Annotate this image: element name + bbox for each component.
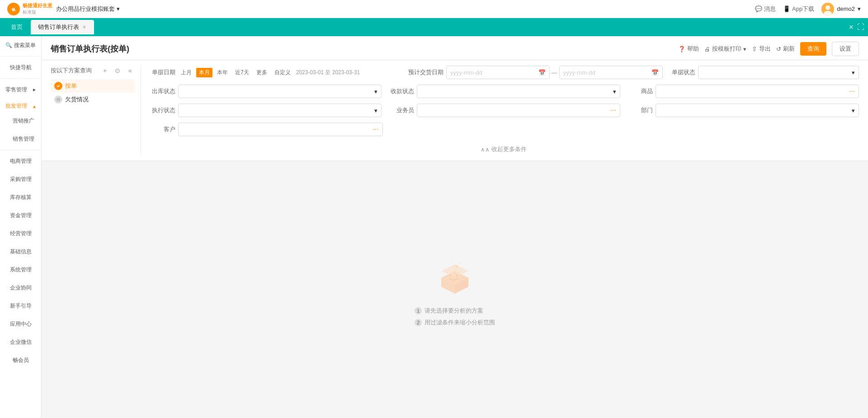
payment-status-select[interactable]: ▾ bbox=[417, 85, 620, 98]
order-status-select[interactable]: ▾ bbox=[698, 66, 859, 79]
sidebar-item-ecommerce[interactable]: 电商管理 bbox=[0, 152, 41, 170]
expected-date-end[interactable]: yyyy-mm-dd 📅 bbox=[559, 66, 663, 79]
customer-select[interactable]: ··· bbox=[178, 123, 383, 136]
ship-status-chevron: ▾ bbox=[374, 88, 377, 95]
exec-status-select[interactable]: ▾ bbox=[178, 104, 382, 117]
date-label: 单据日期 bbox=[148, 68, 175, 76]
ship-status-select[interactable]: ▾ bbox=[178, 85, 382, 98]
svg-point-16 bbox=[452, 261, 453, 262]
refresh-icon: ↺ bbox=[776, 46, 781, 52]
edit-scheme-btn[interactable]: ⊙ bbox=[113, 66, 123, 76]
filter-scheme-title: 按以下方案查询 bbox=[51, 66, 92, 75]
expected-date-start[interactable]: yyyy-mm-dd 📅 bbox=[446, 66, 550, 79]
svg-point-18 bbox=[456, 275, 458, 276]
date-tab-more[interactable]: 更多 bbox=[254, 68, 270, 77]
svg-point-17 bbox=[449, 275, 451, 276]
query-button[interactable]: 查询 bbox=[800, 42, 826, 56]
goods-dots-icon: ··· bbox=[849, 87, 855, 95]
maximize-icon[interactable]: ⛶ bbox=[857, 23, 864, 31]
tab-sales-exec[interactable]: 销售订单执行表 × bbox=[31, 20, 94, 34]
settings-button[interactable]: 设置 bbox=[832, 42, 859, 56]
tab-home-label: 首页 bbox=[11, 23, 23, 31]
add-scheme-btn[interactable]: + bbox=[100, 66, 110, 76]
exec-status-chevron: ▾ bbox=[374, 107, 377, 114]
export-btn[interactable]: ⇧ 导出 bbox=[752, 45, 771, 53]
refresh-btn[interactable]: ↺ 刷新 bbox=[776, 45, 795, 53]
page-title: 销售订单执行表(按单) bbox=[51, 43, 129, 54]
close-all-tabs-icon[interactable]: × bbox=[849, 23, 854, 32]
collapse-more-btn[interactable]: ∧∧ 收起更多条件 bbox=[148, 142, 859, 155]
sidebar-item-system[interactable]: 系统管理 bbox=[0, 261, 41, 279]
scheme-by-order[interactable]: 按单 bbox=[51, 79, 135, 93]
date-tab-lastmonth[interactable]: 上月 bbox=[178, 68, 194, 77]
sidebar-item-purchase[interactable]: 采购管理 bbox=[0, 170, 41, 188]
calendar-icon-start: 📅 bbox=[538, 69, 546, 76]
date-tab-custom[interactable]: 自定义 bbox=[272, 68, 293, 77]
sidebar-item-enterprise[interactable]: 企业协同 bbox=[0, 279, 41, 297]
dept-select[interactable]: ▾ bbox=[656, 104, 859, 117]
collapse-scheme-btn[interactable]: « bbox=[125, 66, 135, 76]
salesperson-dots-icon: ··· bbox=[610, 106, 616, 114]
sidebar-item-apps[interactable]: 应用中心 bbox=[0, 315, 41, 333]
salesperson-select[interactable]: ··· bbox=[417, 104, 620, 117]
app-download-btn[interactable]: 📱 App下载 bbox=[783, 5, 814, 13]
sidebar: 🔍 搜索菜单 快捷导航 零售管理 ▸ 批发管理 ▴ 营销推广 销售管理 电商管理… bbox=[0, 36, 42, 418]
svg-text:畅: 畅 bbox=[12, 7, 15, 11]
empty-tip-1: 1 请先选择要分析的方案 bbox=[415, 305, 495, 317]
collapse-icon: ∧∧ bbox=[481, 146, 490, 153]
industry-select[interactable]: 办公用品行业模拟账套 ▾ bbox=[56, 5, 120, 13]
sidebar-item-guide[interactable]: 新手引导 bbox=[0, 297, 41, 315]
user-menu[interactable]: demo2 ▾ bbox=[821, 3, 861, 15]
expected-date-range: yyyy-mm-dd 📅 — yyyy-mm-dd 📅 bbox=[446, 66, 663, 79]
message-btn[interactable]: 💬 消息 bbox=[755, 5, 776, 13]
date-range-text: 2023-03-01 至 2023-03-31 bbox=[296, 69, 360, 76]
filter-goods-field: 商品 ··· bbox=[626, 85, 859, 98]
sidebar-item-wechat[interactable]: 企业微信 bbox=[0, 333, 41, 351]
sidebar-item-sales[interactable]: 销售管理 bbox=[0, 130, 41, 148]
user-chevron-icon: ▾ bbox=[858, 5, 861, 12]
order-status-label: 单据状态 bbox=[668, 68, 695, 76]
chevron-up-icon: ▴ bbox=[33, 103, 36, 109]
filter-row-4: 客户 ··· bbox=[148, 123, 859, 136]
sidebar-item-vip[interactable]: 畅会员 bbox=[0, 351, 41, 369]
expected-date-label: 预计交货日期 bbox=[408, 68, 443, 76]
sidebar-item-operation[interactable]: 经营管理 bbox=[0, 224, 41, 242]
sidebar-item-marketing[interactable]: 营销推广 bbox=[0, 112, 41, 130]
help-btn[interactable]: ❓ 帮助 bbox=[678, 45, 699, 53]
filter-customer-field: 客户 ··· bbox=[148, 123, 383, 136]
empty-tips: 1 请先选择要分析的方案 2 用过滤条件来缩小分析范围 bbox=[415, 305, 495, 328]
scheme-dot-gray: ! bbox=[54, 95, 62, 104]
print-btn[interactable]: 🖨 按模板打印 ▾ bbox=[704, 45, 746, 53]
filter-payment-status-field: 收款状态 ▾ bbox=[387, 85, 620, 98]
filter-row-2: 出库状态 ▾ 收款状态 ▾ bbox=[148, 85, 859, 98]
page-header: 销售订单执行表(按单) ❓ 帮助 🖨 按模板打印 ▾ ⇧ 导出 ↺ 刷新 bbox=[42, 36, 868, 60]
filter-scheme-selector: 按以下方案查询 + ⊙ « 按单 bbox=[51, 66, 141, 155]
sidebar-group-wholesale[interactable]: 批发管理 ▴ bbox=[0, 99, 41, 112]
filter-salesperson-field: 业务员 ··· bbox=[387, 104, 620, 117]
sidebar-search[interactable]: 🔍 搜索菜单 bbox=[0, 36, 41, 54]
date-tab-7days[interactable]: 近7天 bbox=[232, 68, 252, 77]
filter-ship-status-field: 出库状态 ▾ bbox=[148, 85, 382, 98]
date-tab-thismonth[interactable]: 本月 bbox=[196, 68, 212, 77]
scheme-by-debt[interactable]: ! 欠货情况 bbox=[51, 93, 135, 106]
tab-sales-exec-label: 销售订单执行表 bbox=[38, 23, 79, 31]
logo-area[interactable]: 畅 畅捷通好生意 标准版 bbox=[7, 2, 52, 15]
sidebar-item-basic[interactable]: 基础信息 bbox=[0, 242, 41, 261]
avatar bbox=[821, 3, 834, 15]
close-tab-icon[interactable]: × bbox=[82, 23, 87, 31]
tab-home[interactable]: 首页 bbox=[4, 20, 30, 34]
filter-conditions: 单据日期 上月 本月 本年 近7天 更多 自定义 20 bbox=[141, 66, 859, 155]
logo-icon: 畅 bbox=[7, 3, 20, 15]
industry-label: 办公用品行业模拟账套 bbox=[56, 5, 115, 13]
svg-point-14 bbox=[456, 266, 458, 267]
sidebar-item-finance[interactable]: 资金管理 bbox=[0, 206, 41, 224]
phone-icon: 📱 bbox=[783, 5, 790, 12]
sidebar-item-inventory[interactable]: 库存核算 bbox=[0, 188, 41, 206]
sidebar-item-retail[interactable]: 零售管理 ▸ bbox=[0, 81, 41, 99]
chat-icon: 💬 bbox=[755, 5, 762, 12]
date-tab-thisyear[interactable]: 本年 bbox=[214, 68, 231, 77]
sidebar-item-quicknav[interactable]: 快捷导航 bbox=[0, 58, 41, 76]
date-tabs: 上月 本月 本年 近7天 更多 自定义 bbox=[178, 68, 293, 77]
filter-panel: 按以下方案查询 + ⊙ « 按单 bbox=[42, 60, 868, 161]
goods-select[interactable]: ··· bbox=[656, 85, 859, 98]
